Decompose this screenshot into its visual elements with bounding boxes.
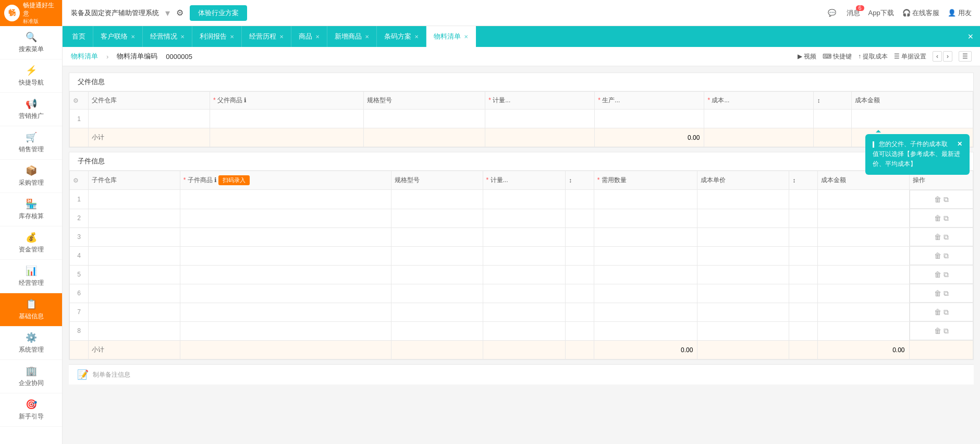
delete-icon-2[interactable]: 🗑 xyxy=(934,214,941,222)
parent-produce-cell[interactable] xyxy=(595,110,704,128)
parent-cost-cell[interactable] xyxy=(704,110,814,128)
child-unit-3[interactable] xyxy=(483,227,565,246)
parent-unit-cell[interactable] xyxy=(485,110,595,128)
child-unit-5[interactable] xyxy=(483,265,565,284)
child-unit-cost-8[interactable] xyxy=(697,321,789,341)
delete-icon-7[interactable]: 🗑 xyxy=(934,308,941,316)
sidebar-item-operations[interactable]: 📊经营管理 xyxy=(0,260,62,293)
child-warehouse-5[interactable] xyxy=(89,265,180,284)
sidebar-item-purchase[interactable]: 📦采购管理 xyxy=(0,160,62,193)
child-warehouse-4[interactable] xyxy=(89,246,180,265)
parent-spec-cell[interactable] xyxy=(364,110,485,128)
child-qty-3[interactable] xyxy=(594,227,697,246)
scan-input-btn[interactable]: 扫码录入 xyxy=(218,175,250,185)
parent-warehouse-cell[interactable] xyxy=(89,110,210,128)
child-unit-1[interactable] xyxy=(483,190,565,209)
copy-icon-6[interactable]: ⧉ xyxy=(944,289,949,298)
child-unit-8[interactable] xyxy=(483,321,565,341)
tab-close-barcode[interactable]: ✕ xyxy=(414,34,419,40)
child-qty-1[interactable] xyxy=(594,190,697,209)
child-warehouse-7[interactable] xyxy=(89,303,180,321)
child-unit-4[interactable] xyxy=(483,246,565,265)
child-warehouse-8[interactable] xyxy=(89,321,180,341)
nav-tab-bom[interactable]: 物料清单✕ xyxy=(426,26,476,47)
prev-page-btn[interactable]: ‹ xyxy=(933,51,942,62)
child-spec-8[interactable] xyxy=(391,321,483,341)
sidebar-item-sales[interactable]: 🛒销售管理 xyxy=(0,126,62,160)
view-btn[interactable]: ▶ 视频 xyxy=(798,52,816,61)
child-unit-cost-2[interactable] xyxy=(697,209,789,227)
child-goods-3[interactable] xyxy=(180,227,391,246)
sidebar-item-finance[interactable]: 💰资金管理 xyxy=(0,226,62,260)
nav-tab-business[interactable]: 经营情况✕ xyxy=(143,26,192,47)
nav-tab-new_goods[interactable]: 新增商品✕ xyxy=(327,26,377,47)
child-spec-6[interactable] xyxy=(391,284,483,303)
child-goods-5[interactable] xyxy=(180,265,391,284)
child-unit-cost-1[interactable] xyxy=(697,190,789,209)
th-settings[interactable]: ⚙ xyxy=(70,92,89,110)
copy-icon-8[interactable]: ⧉ xyxy=(944,327,949,335)
sidebar-item-search[interactable]: 🔍搜索菜单 xyxy=(0,26,62,59)
delete-icon-1[interactable]: 🗑 xyxy=(934,195,941,203)
trial-button[interactable]: 体验行业方案 xyxy=(190,5,247,21)
child-goods-6[interactable] xyxy=(180,284,391,303)
child-goods-2[interactable] xyxy=(180,209,391,227)
close-all-tabs-btn[interactable]: ✕ xyxy=(963,32,978,41)
tab-close-bom[interactable]: ✕ xyxy=(464,34,468,40)
child-spec-2[interactable] xyxy=(391,209,483,227)
copy-icon-7[interactable]: ⧉ xyxy=(944,308,949,317)
child-warehouse-2[interactable] xyxy=(89,209,180,227)
copy-icon-1[interactable]: ⧉ xyxy=(944,195,949,204)
child-goods-4[interactable] xyxy=(180,246,391,265)
child-qty-7[interactable] xyxy=(594,303,697,321)
child-warehouse-3[interactable] xyxy=(89,227,180,246)
sidebar-item-guide[interactable]: 🎯新手引导 xyxy=(0,393,62,427)
child-unit-cost-3[interactable] xyxy=(697,227,789,246)
copy-icon-2[interactable]: ⧉ xyxy=(944,214,949,223)
child-warehouse-1[interactable] xyxy=(89,190,180,209)
child-warehouse-6[interactable] xyxy=(89,284,180,303)
breadcrumb-parent[interactable]: 物料清单 xyxy=(71,52,98,61)
child-unit-2[interactable] xyxy=(483,209,565,227)
child-spec-1[interactable] xyxy=(391,190,483,209)
child-goods-1[interactable] xyxy=(180,190,391,209)
tab-close-history[interactable]: ✕ xyxy=(279,34,284,40)
child-qty-5[interactable] xyxy=(594,265,697,284)
delete-icon-6[interactable]: 🗑 xyxy=(934,289,941,297)
child-unit-cost-6[interactable] xyxy=(697,284,789,303)
online-service-btn[interactable]: 🎧 在线客服 xyxy=(902,8,940,18)
child-spec-3[interactable] xyxy=(391,227,483,246)
delete-icon-3[interactable]: 🗑 xyxy=(934,233,941,241)
nav-tab-barcode[interactable]: 条码方案✕ xyxy=(377,26,426,47)
child-unit-cost-4[interactable] xyxy=(697,246,789,265)
parent-goods-cell[interactable] xyxy=(210,110,363,128)
copy-icon-3[interactable]: ⧉ xyxy=(944,233,949,242)
child-goods-7[interactable] xyxy=(180,303,391,321)
tab-close-business[interactable]: ✕ xyxy=(180,34,185,40)
delete-icon-5[interactable]: 🗑 xyxy=(934,270,941,279)
nav-tab-customer[interactable]: 客户联络✕ xyxy=(93,26,143,47)
tab-close-profit[interactable]: ✕ xyxy=(230,34,234,40)
child-spec-5[interactable] xyxy=(391,265,483,284)
nav-tab-home[interactable]: 首页 xyxy=(65,26,93,47)
child-spec-7[interactable] xyxy=(391,303,483,321)
delete-icon-8[interactable]: 🗑 xyxy=(934,327,941,335)
child-spec-4[interactable] xyxy=(391,246,483,265)
child-qty-2[interactable] xyxy=(594,209,697,227)
gear-button[interactable]: ⚙ xyxy=(176,8,183,18)
extract-cost-btn[interactable]: ↑ 提取成本 xyxy=(858,52,888,61)
sidebar-item-enterprise[interactable]: 🏢企业协同 xyxy=(0,360,62,393)
child-qty-8[interactable] xyxy=(594,321,697,341)
child-qty-4[interactable] xyxy=(594,246,697,265)
next-page-btn[interactable]: › xyxy=(943,51,952,62)
sidebar-item-marketing[interactable]: 📢营销推广 xyxy=(0,93,62,126)
child-unit-7[interactable] xyxy=(483,303,565,321)
menu-view-btn[interactable]: ☰ xyxy=(959,51,972,62)
tab-close-goods[interactable]: ✕ xyxy=(315,34,320,40)
delete-icon-4[interactable]: 🗑 xyxy=(934,251,941,260)
copy-icon-5[interactable]: ⧉ xyxy=(944,270,949,279)
tooltip-close-btn[interactable]: ✕ xyxy=(957,139,962,149)
message-btn[interactable]: 💬 6 消息 xyxy=(828,8,860,18)
nav-tab-profit[interactable]: 利润报告✕ xyxy=(192,26,242,47)
child-unit-cost-5[interactable] xyxy=(697,265,789,284)
